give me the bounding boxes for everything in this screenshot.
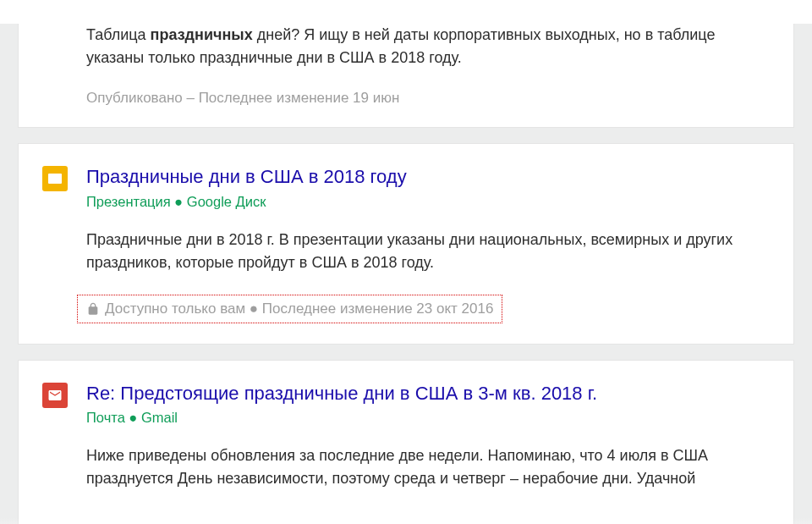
mail-icon [42, 383, 69, 410]
search-result-card: Re: Предстоящие праздничные дни в США в … [18, 360, 794, 524]
result-source: Презентация ● Google Диск [86, 194, 770, 210]
result-snippet: Праздничные дни в 2018 г. В презентации … [86, 229, 770, 274]
result-snippet: Таблица праздничных дней? Я ищу в ней да… [86, 24, 770, 69]
lock-icon [86, 302, 98, 316]
result-source: Почта ● Gmail [86, 410, 770, 426]
result-title-link[interactable]: Праздничные дни в США в 2018 году [86, 164, 407, 190]
result-snippet: Ниже приведены обновления за последние д… [86, 444, 770, 490]
slides-icon [42, 166, 69, 193]
result-title-link[interactable]: Re: Предстоящие праздничные дни в США в … [86, 381, 597, 406]
search-result-card: Праздничные дни в США в 2018 году Презен… [18, 143, 794, 345]
result-privacy-meta: Доступно только вам ● Последнее изменени… [77, 295, 502, 323]
search-result-card: Таблица праздничных дней? Я ищу в ней да… [18, 24, 794, 128]
result-meta: Опубликовано – Последнее изменение 19 ию… [86, 90, 770, 107]
